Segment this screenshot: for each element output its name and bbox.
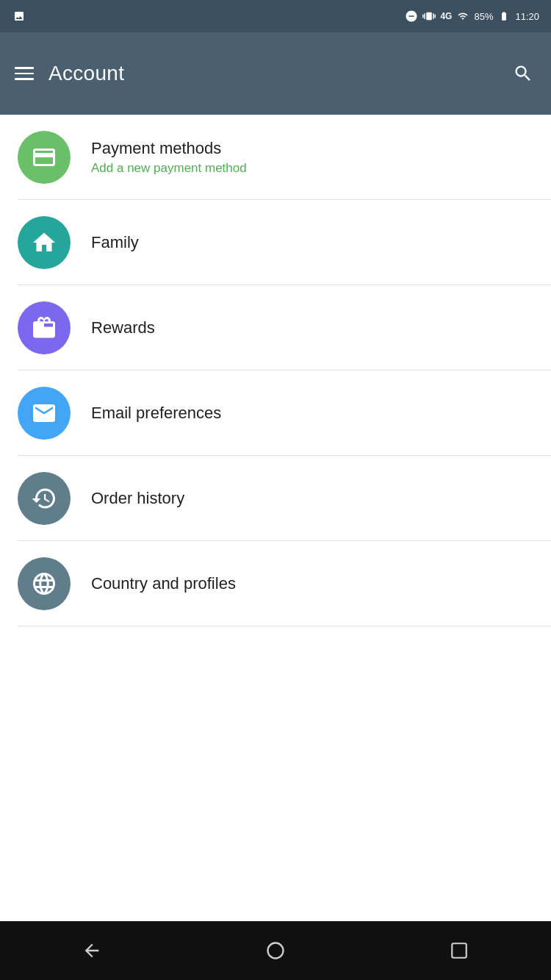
bottom-nav	[0, 921, 551, 980]
menu-item-order-history[interactable]: Order history	[0, 456, 551, 541]
country-profiles-icon-circle	[18, 557, 71, 610]
menu-item-country-profiles[interactable]: Country and profiles	[0, 541, 551, 626]
back-icon	[82, 940, 102, 961]
search-button[interactable]	[510, 60, 536, 87]
payment-methods-icon-circle	[18, 131, 71, 184]
email-preferences-title: Email preferences	[91, 404, 221, 423]
credit-card-icon	[31, 144, 57, 171]
status-bar: 4G 85% 11:20	[0, 0, 551, 32]
country-profiles-title: Country and profiles	[91, 574, 236, 593]
globe-icon	[31, 571, 57, 597]
recents-button[interactable]	[441, 932, 478, 969]
vibrate-icon	[422, 10, 436, 23]
history-icon	[31, 485, 57, 512]
photo-icon	[12, 10, 26, 22]
email-icon-circle	[18, 387, 71, 440]
family-icon-circle	[18, 216, 71, 269]
menu-item-family[interactable]: Family	[0, 200, 551, 285]
payment-methods-text: Payment methods Add a new payment method	[91, 139, 247, 176]
order-history-text: Order history	[91, 489, 184, 508]
status-bar-left	[12, 10, 26, 22]
svg-point-1	[268, 943, 284, 959]
rewards-icon-circle	[18, 301, 71, 354]
rewards-text: Rewards	[91, 318, 155, 337]
recents-icon	[450, 941, 469, 960]
app-bar-left: Account	[15, 62, 124, 85]
gift-icon	[31, 315, 57, 341]
menu-item-payment-methods[interactable]: Payment methods Add a new payment method	[0, 115, 551, 200]
family-text: Family	[91, 233, 139, 252]
dnd-icon	[405, 10, 418, 23]
email-preferences-text: Email preferences	[91, 404, 221, 423]
back-button[interactable]	[73, 932, 110, 969]
rewards-title: Rewards	[91, 318, 155, 337]
family-home-icon	[31, 229, 57, 256]
order-history-title: Order history	[91, 489, 184, 508]
battery-percent: 85%	[474, 11, 493, 22]
country-profiles-text: Country and profiles	[91, 574, 236, 593]
signal-icon	[456, 11, 469, 21]
email-icon	[31, 400, 57, 426]
home-button[interactable]	[257, 932, 294, 969]
menu-list: Payment methods Add a new payment method…	[0, 115, 551, 921]
search-icon	[513, 63, 533, 84]
menu-item-rewards[interactable]: Rewards	[0, 285, 551, 371]
network-type: 4G	[440, 11, 452, 21]
svg-point-0	[42, 236, 46, 240]
payment-methods-subtitle: Add a new payment method	[91, 161, 247, 176]
status-bar-right: 4G 85% 11:20	[405, 10, 539, 23]
home-circle-icon	[265, 940, 286, 961]
time-display: 11:20	[515, 11, 539, 22]
app-bar: Account	[0, 32, 551, 115]
payment-methods-title: Payment methods	[91, 139, 247, 158]
family-title: Family	[91, 233, 139, 252]
order-history-icon-circle	[18, 472, 71, 525]
page-title: Account	[48, 62, 124, 85]
svg-rect-2	[452, 943, 467, 958]
battery-icon	[497, 11, 511, 21]
menu-item-email-preferences[interactable]: Email preferences	[0, 371, 551, 456]
hamburger-menu-button[interactable]	[15, 67, 34, 80]
